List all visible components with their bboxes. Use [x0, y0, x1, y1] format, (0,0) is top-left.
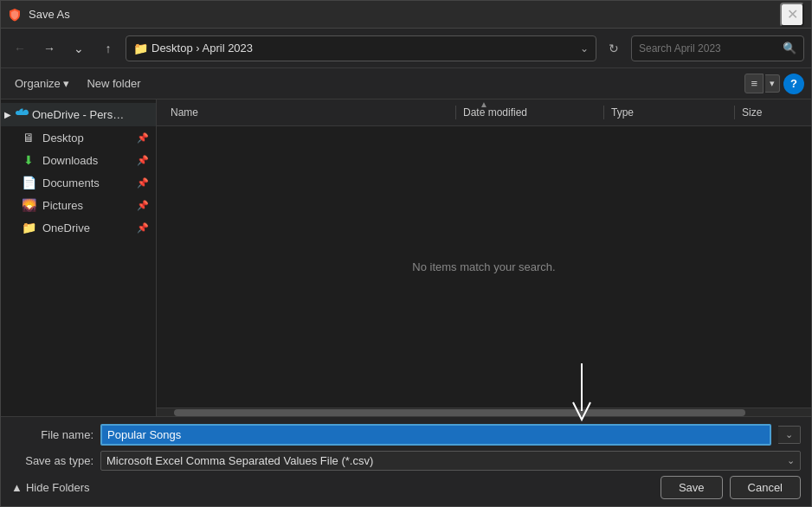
- sidebar: ▶ OneDrive - Pers… 🖥 Desktop 📌 ⬇ Downloa…: [1, 99, 157, 416]
- sidebar-item-label: Pictures: [42, 199, 130, 212]
- address-chevron-icon: ⌄: [580, 42, 589, 55]
- sidebar-item-downloads[interactable]: ⬇ Downloads 📌: [1, 149, 156, 171]
- sidebar-item-desktop[interactable]: 🖥 Desktop 📌: [1, 126, 156, 149]
- address-bar[interactable]: 📁 Desktop › April 2023 ⌄: [126, 35, 596, 61]
- organize-button[interactable]: Organize ▾: [8, 74, 76, 93]
- back-button[interactable]: ←: [8, 36, 32, 61]
- dialog-buttons: Save Cancel: [661, 476, 801, 499]
- search-icon: 🔍: [783, 42, 796, 55]
- recent-button[interactable]: ⌄: [67, 36, 91, 61]
- sidebar-item-label: OneDrive: [42, 221, 130, 234]
- onedrive-folder-icon: 📁: [22, 221, 35, 234]
- refresh-button[interactable]: ↻: [602, 36, 626, 61]
- help-button[interactable]: ?: [783, 74, 804, 94]
- pin-icon: 📌: [137, 200, 149, 211]
- hide-folders-button[interactable]: ▲ Hide Folders: [11, 481, 90, 494]
- col-header-type[interactable]: Type: [604, 103, 734, 122]
- view-dropdown-button[interactable]: ▾: [765, 74, 780, 93]
- view-icon-button[interactable]: ≡: [744, 74, 764, 93]
- main-content: ▶ OneDrive - Pers… 🖥 Desktop 📌 ⬇ Downloa…: [1, 99, 811, 416]
- save-as-dialog: Save As ✕ ← → ⌄ ↑ 📁 Desktop › April 2023…: [0, 0, 812, 507]
- sidebar-item-onedrive[interactable]: 📁 OneDrive 📌: [1, 216, 156, 239]
- empty-message: No items match your search.: [412, 260, 555, 273]
- pin-icon: 📌: [137, 222, 149, 234]
- hide-folders-label: Hide Folders: [26, 481, 90, 494]
- view-controls: ≡ ▾: [744, 74, 780, 93]
- col-header-name[interactable]: Name: [164, 103, 455, 122]
- sidebar-item-documents[interactable]: 📄 Documents 📌: [1, 171, 156, 194]
- scrollbar-thumb[interactable]: [174, 409, 745, 416]
- scroll-up-icon: ▲: [480, 99, 488, 109]
- file-list-empty: No items match your search.: [157, 126, 811, 408]
- file-list: ▲ Name Date modified Type Size No items …: [157, 99, 811, 416]
- hide-folders-chevron-icon: ▲: [11, 481, 23, 494]
- close-button[interactable]: ✕: [780, 3, 804, 27]
- sidebar-item-label: Downloads: [42, 154, 130, 167]
- file-name-row: File name: ⌄: [11, 424, 801, 446]
- sidebar-item-label: Desktop: [42, 132, 130, 144]
- sidebar-item-pictures[interactable]: 🌄 Pictures 📌: [1, 194, 156, 216]
- horizontal-scrollbar[interactable]: [157, 408, 811, 416]
- pin-icon: 📌: [137, 132, 149, 144]
- documents-icon: 📄: [22, 176, 35, 189]
- onedrive-label: OneDrive - Pers…: [32, 108, 124, 121]
- file-name-dropdown[interactable]: ⌄: [778, 426, 801, 444]
- file-list-header: ▲ Name Date modified Type Size: [157, 99, 811, 126]
- save-type-chevron-icon: ⌄: [787, 455, 795, 466]
- sidebar-expand-icon: ▶: [4, 110, 11, 119]
- save-button[interactable]: Save: [661, 476, 723, 499]
- sidebar-item-onedrive-header[interactable]: ▶ OneDrive - Pers…: [1, 103, 156, 126]
- save-type-dropdown[interactable]: Microsoft Excel Comma Separated Values F…: [100, 451, 801, 471]
- title-bar: Save As ✕: [1, 1, 811, 29]
- pin-icon: 📌: [137, 177, 149, 189]
- search-input[interactable]: [639, 42, 779, 55]
- pictures-icon: 🌄: [22, 198, 35, 212]
- downloads-icon: ⬇: [22, 153, 35, 167]
- bottom-section: File name: ⌄ Save as type: Microsoft Exc…: [1, 416, 811, 506]
- sidebar-item-label: Documents: [42, 176, 130, 189]
- file-type-row: Save as type: Microsoft Excel Comma Sepa…: [11, 451, 801, 471]
- col-header-size[interactable]: Size: [735, 103, 804, 122]
- dialog-title: Save As: [29, 8, 70, 21]
- actions-bar: Organize ▾ New folder ≡ ▾ ?: [1, 68, 811, 99]
- up-button[interactable]: ↑: [96, 36, 120, 61]
- save-type-value: Microsoft Excel Comma Separated Values F…: [106, 454, 373, 467]
- save-type-label: Save as type:: [11, 454, 93, 467]
- new-folder-button[interactable]: New folder: [80, 74, 147, 93]
- buttons-row: ▲ Hide Folders Save Cancel: [11, 476, 801, 499]
- app-icon: [8, 8, 22, 22]
- folder-icon: 📁: [133, 42, 148, 55]
- toolbar: ← → ⌄ ↑ 📁 Desktop › April 2023 ⌄ ↻ 🔍: [1, 29, 811, 68]
- file-name-label: File name:: [11, 428, 93, 441]
- file-name-input[interactable]: [100, 424, 771, 446]
- pin-icon: 📌: [137, 155, 149, 166]
- desktop-icon: 🖥: [22, 131, 35, 144]
- col-header-date[interactable]: Date modified: [456, 103, 603, 122]
- onedrive-cloud-icon: [15, 107, 29, 122]
- cancel-button[interactable]: Cancel: [730, 476, 801, 499]
- address-path: Desktop › April 2023: [151, 42, 577, 55]
- search-bar[interactable]: 🔍: [631, 35, 804, 61]
- forward-button[interactable]: →: [37, 36, 61, 61]
